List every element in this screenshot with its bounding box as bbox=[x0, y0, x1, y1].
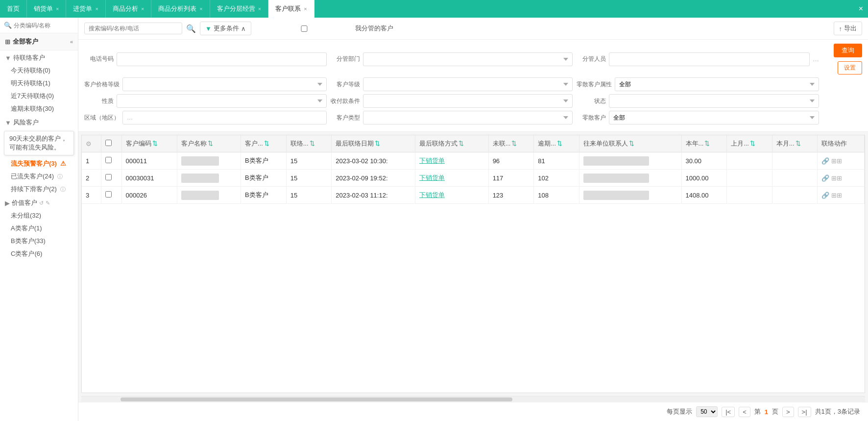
dept-select[interactable] bbox=[363, 52, 573, 66]
td-checkbox[interactable] bbox=[101, 170, 121, 187]
sort-icon-overdue[interactable]: ⇅ bbox=[557, 140, 562, 147]
action-link-icon[interactable]: 🔗 bbox=[821, 174, 829, 182]
edit-icon[interactable]: ✎ bbox=[46, 200, 50, 206]
sidebar-search-input[interactable] bbox=[14, 22, 74, 29]
td-code: 00030031 bbox=[121, 170, 177, 187]
tab-close-sales[interactable]: × bbox=[56, 6, 59, 12]
sidebar-item-b-class[interactable]: B类客户(33) bbox=[0, 235, 78, 248]
sidebar-group-pending[interactable]: ▼ 待联络客户 bbox=[0, 50, 78, 64]
sidebar-item-a-class[interactable]: A类客户(1) bbox=[0, 222, 78, 235]
sidebar-item-declining[interactable]: 持续下滑客户(2) ⓘ bbox=[0, 183, 78, 196]
tab-close-analysis[interactable]: × bbox=[141, 6, 144, 12]
tab-customer-tier[interactable]: 客户分层经营 × bbox=[210, 0, 268, 18]
all-customers-header[interactable]: ⊞ 全部客户 « bbox=[0, 33, 78, 50]
tab-purchase[interactable]: 进货单 × bbox=[66, 0, 105, 18]
more-conditions-button[interactable]: ▼ 更多条件 ∧ bbox=[200, 22, 251, 35]
sidebar-item-overdue[interactable]: 逾期未联络(30) bbox=[0, 102, 78, 115]
td-action[interactable]: 🔗⊞⊞ bbox=[818, 170, 865, 187]
sidebar-item-tomorrow[interactable]: 明天待联络(1) bbox=[0, 77, 78, 90]
sort-icon-type[interactable]: ⇅ bbox=[264, 140, 269, 147]
tab-analysis-list[interactable]: 商品分析列表 × bbox=[151, 0, 210, 18]
export-button[interactable]: ↑ 导出 bbox=[834, 22, 863, 35]
sort-icon-year[interactable]: ⇅ bbox=[704, 140, 710, 147]
row-checkbox-0[interactable] bbox=[105, 157, 112, 163]
search-input[interactable] bbox=[84, 23, 182, 34]
last-page-button[interactable]: >| bbox=[798, 407, 811, 417]
tab-close-customer-tier[interactable]: × bbox=[258, 6, 261, 12]
customer-grade-select[interactable] bbox=[363, 77, 573, 91]
sort-icon-contact[interactable]: ⇅ bbox=[310, 140, 315, 147]
action-grid-icon[interactable]: ⊞⊞ bbox=[831, 192, 842, 199]
status-select[interactable] bbox=[609, 94, 819, 108]
td-un-contact: 117 bbox=[488, 170, 534, 187]
settings-button[interactable]: 设置 bbox=[838, 61, 862, 74]
sidebar-item-7days[interactable]: 近7天待联络(0) bbox=[0, 90, 78, 102]
td-checkbox[interactable] bbox=[101, 187, 121, 204]
td-type: B类客户 bbox=[241, 152, 287, 170]
my-customers-checkbox[interactable] bbox=[255, 25, 353, 32]
tab-close-purchase[interactable]: × bbox=[95, 6, 98, 12]
page-size-select[interactable]: 50 bbox=[696, 406, 718, 417]
customer-type-select[interactable] bbox=[363, 111, 573, 124]
person-more-icon[interactable]: … bbox=[813, 55, 819, 63]
action-link-icon[interactable]: 🔗 bbox=[821, 192, 829, 199]
sidebar-item-c-class[interactable]: C类客户(6) bbox=[0, 248, 78, 260]
sidebar-item-churned[interactable]: 已流失客户(24) ⓘ bbox=[0, 170, 78, 183]
query-button[interactable]: 查询 bbox=[834, 44, 862, 57]
person-input[interactable] bbox=[609, 52, 810, 66]
action-link-icon[interactable]: 🔗 bbox=[821, 157, 829, 165]
price-grade-select[interactable] bbox=[122, 77, 327, 91]
table-area: ⚙ 客户编码⇅ 客户名称⇅ 客户...⇅ 联络...⇅ 最后联络日期⇅ 最后联络… bbox=[81, 135, 865, 393]
action-grid-icon[interactable]: ⊞⊞ bbox=[831, 157, 842, 165]
window-close-button[interactable]: × bbox=[859, 4, 868, 13]
row-checkbox-1[interactable] bbox=[105, 174, 112, 180]
sidebar-item-churn-warning[interactable]: 流失预警客户(3) ⚠ bbox=[0, 157, 78, 170]
tab-close-analysis-list[interactable]: × bbox=[199, 6, 202, 12]
zero-customer-select[interactable]: 全部 bbox=[609, 111, 819, 124]
action-grid-icon[interactable]: ⊞⊞ bbox=[831, 174, 842, 182]
sidebar-item-ungrouped[interactable]: 未分组(32) bbox=[0, 209, 78, 222]
sort-icon-way[interactable]: ⇅ bbox=[458, 140, 464, 147]
tab-close-customer-contact[interactable]: × bbox=[304, 6, 307, 12]
td-last-way[interactable]: 下销货单 bbox=[415, 170, 489, 187]
first-page-button[interactable]: |< bbox=[722, 407, 735, 417]
tab-analysis[interactable]: 商品分析 × bbox=[106, 0, 151, 18]
prev-page-button[interactable]: < bbox=[739, 407, 750, 417]
sidebar-item-today[interactable]: 今天待联络(0) bbox=[0, 64, 78, 77]
sidebar-group-value[interactable]: ▶ 价值客户 ↺ ✎ bbox=[0, 196, 78, 209]
td-last-way[interactable]: 下销货单 bbox=[415, 187, 489, 204]
sort-icon-un[interactable]: ⇅ bbox=[511, 140, 517, 147]
td-checkbox[interactable] bbox=[101, 152, 121, 170]
th-settings[interactable]: ⚙ bbox=[82, 135, 101, 152]
tab-customer-contact[interactable]: 客户联系 × bbox=[268, 0, 314, 18]
tab-home[interactable]: 首页 bbox=[0, 0, 27, 18]
zero-attr-select[interactable]: 全部 bbox=[615, 77, 819, 91]
horizontal-scrollbar[interactable] bbox=[81, 396, 865, 402]
phone-input[interactable] bbox=[117, 52, 327, 66]
gear-icon[interactable]: ⚙ bbox=[86, 140, 92, 148]
tab-sales[interactable]: 销货单 × bbox=[27, 0, 66, 18]
sort-icon-name[interactable]: ⇅ bbox=[208, 140, 213, 147]
sort-icon-lmonth[interactable]: ⇅ bbox=[750, 140, 755, 147]
td-action[interactable]: 🔗⊞⊞ bbox=[818, 152, 865, 170]
th-checkbox[interactable] bbox=[101, 135, 121, 152]
sort-icon-tmonth[interactable]: ⇅ bbox=[796, 140, 801, 147]
select-all-checkbox[interactable] bbox=[105, 140, 112, 146]
search-button-icon[interactable]: 🔍 bbox=[186, 24, 196, 33]
refresh-icon[interactable]: ↺ bbox=[39, 200, 44, 206]
sort-icon-code[interactable]: ⇅ bbox=[152, 140, 158, 147]
scroll-thumb[interactable] bbox=[121, 397, 512, 401]
area-input[interactable]: … bbox=[122, 111, 327, 124]
row-checkbox-2[interactable] bbox=[105, 191, 112, 198]
td-last-way[interactable]: 下销货单 bbox=[415, 152, 489, 170]
sort-icon-date[interactable]: ⇅ bbox=[375, 140, 380, 147]
payment-select[interactable] bbox=[363, 94, 573, 108]
nature-select[interactable] bbox=[117, 94, 327, 108]
next-page-button[interactable]: > bbox=[782, 407, 794, 417]
td-action[interactable]: 🔗⊞⊞ bbox=[818, 187, 865, 204]
filter-dept: 分管部门 bbox=[331, 52, 573, 66]
arrow-right-icon: ▶ bbox=[5, 199, 10, 207]
sort-icon-person[interactable]: ⇅ bbox=[629, 140, 634, 147]
my-customers-checkbox-label[interactable]: 我分管的客户 bbox=[255, 24, 393, 33]
sidebar-group-risk[interactable]: ▼ 风险客户 bbox=[0, 115, 78, 129]
